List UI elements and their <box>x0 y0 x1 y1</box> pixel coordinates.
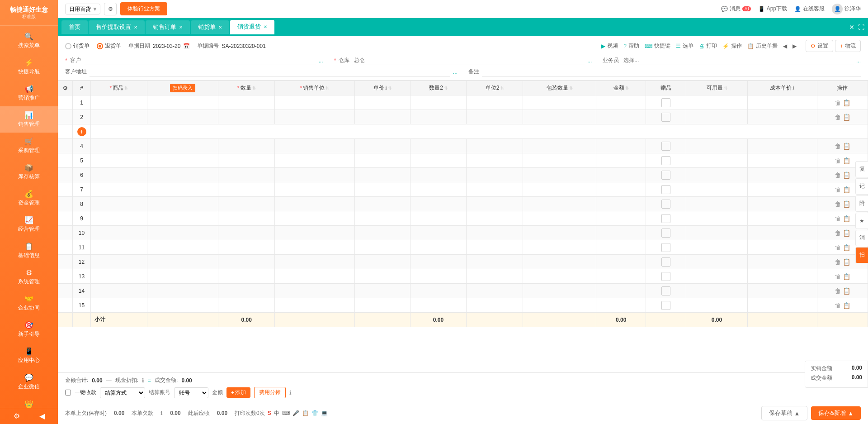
gift-checkbox-5[interactable] <box>661 156 670 165</box>
row-qty-7[interactable] <box>218 182 275 197</box>
edge-btn-copy[interactable]: 复 <box>855 161 868 177</box>
row-gift-2[interactable] <box>646 110 686 124</box>
delete-icon-4[interactable]: 🗑 <box>835 143 841 150</box>
row-price-5[interactable] <box>354 153 410 168</box>
row-qty2-11[interactable] <box>410 240 467 255</box>
row-qty-15[interactable] <box>218 298 275 313</box>
sidebar-collapse-icon[interactable]: ◀ <box>39 412 45 420</box>
unit-sort-icon[interactable]: ⇅ <box>326 86 329 91</box>
delete-icon-12[interactable]: 🗑 <box>835 258 841 266</box>
delete-icon-14[interactable]: 🗑 <box>835 287 841 295</box>
row-qty2-12[interactable] <box>410 255 467 269</box>
row-unit2-7[interactable] <box>467 182 523 197</box>
sidebar-item-marketing[interactable]: 📢 营销推广 <box>0 80 58 106</box>
row-pack-qty-9[interactable] <box>523 211 596 226</box>
qty-sort-icon[interactable]: ⇅ <box>252 86 256 91</box>
row-available-1[interactable] <box>686 95 747 110</box>
fee-info-icon[interactable]: ℹ <box>289 390 292 396</box>
row-price-12[interactable] <box>354 255 410 269</box>
row-qty2-7[interactable] <box>410 182 467 197</box>
tab-close-price[interactable]: ✕ <box>134 25 137 30</box>
staff-input[interactable] <box>622 56 854 65</box>
row-unit2-6[interactable] <box>467 168 523 182</box>
row-qty-2[interactable] <box>218 110 275 124</box>
customer-input[interactable] <box>84 56 316 65</box>
row-pack-qty-8[interactable] <box>523 197 596 211</box>
available-sort-icon[interactable]: ⇅ <box>724 86 727 91</box>
row-price-11[interactable] <box>354 240 410 255</box>
row-product-12[interactable] <box>91 255 147 269</box>
app-download-item[interactable]: 📱 App下载 <box>758 5 787 13</box>
payment-method-select[interactable]: 结算方式 <box>100 387 145 398</box>
row-unit-12[interactable] <box>275 255 355 269</box>
copy-icon-12[interactable]: 📋 <box>843 258 850 266</box>
row-price-13[interactable] <box>354 269 410 284</box>
row-unit-8[interactable] <box>275 197 355 211</box>
gift-checkbox-15[interactable] <box>661 301 670 310</box>
radio-returns[interactable]: 退货单 <box>97 42 121 50</box>
row-product-9[interactable] <box>91 211 147 226</box>
row-unit2-4[interactable] <box>467 139 523 153</box>
row-amount-13[interactable] <box>596 269 646 284</box>
row-gift-15[interactable] <box>646 298 686 313</box>
row-amount-9[interactable] <box>596 211 646 226</box>
row-pack-qty-2[interactable] <box>523 110 596 124</box>
copy-icon-10[interactable]: 📋 <box>843 229 850 237</box>
row-cost-price-8[interactable] <box>748 197 817 211</box>
row-unit2-13[interactable] <box>467 269 523 284</box>
row-pack-qty-11[interactable] <box>523 240 596 255</box>
row-qty2-13[interactable] <box>410 269 467 284</box>
row-amount-11[interactable] <box>596 240 646 255</box>
sidebar-item-apps[interactable]: 📱 应用中心 <box>0 343 58 369</box>
row-product-6[interactable] <box>91 168 147 182</box>
gift-checkbox-8[interactable] <box>661 200 670 209</box>
help-btn[interactable]: ? 帮助 <box>623 42 639 50</box>
sidebar-item-basic[interactable]: 📋 基础信息 <box>0 238 58 264</box>
row-qty2-1[interactable] <box>410 95 467 110</box>
maximize-icon[interactable]: ⛶ <box>858 24 864 31</box>
sidebar-item-newbie[interactable]: 🎯 新手引导 <box>0 316 58 343</box>
row-qty2-9[interactable] <box>410 211 467 226</box>
row-gift-4[interactable] <box>646 139 686 153</box>
delete-icon-6[interactable]: 🗑 <box>835 172 841 179</box>
row-qty2-10[interactable] <box>410 226 467 240</box>
price-info-icon[interactable]: ℹ <box>385 85 387 91</box>
row-gift-10[interactable] <box>646 226 686 240</box>
row-product-2[interactable] <box>91 110 147 124</box>
fee-split-btn[interactable]: 费用分摊 <box>254 387 286 398</box>
row-gift-11[interactable] <box>646 240 686 255</box>
settings-action-btn[interactable]: ⚙ 设置 <box>806 40 833 52</box>
sidebar-item-purchase[interactable]: 🛒 采购管理 <box>0 133 58 159</box>
copy-icon-9[interactable]: 📋 <box>843 215 850 222</box>
row-available-9[interactable] <box>686 211 747 226</box>
debt-info-icon[interactable]: ℹ <box>160 410 163 416</box>
operate-btn[interactable]: ⚡ 操作 <box>722 42 742 50</box>
row-cost-price-14[interactable] <box>748 284 817 298</box>
copy-icon-13[interactable]: 📋 <box>843 273 850 280</box>
tab-price[interactable]: 售价提取设置✕ <box>89 20 145 34</box>
row-qty2-2[interactable] <box>410 110 467 124</box>
row-available-15[interactable] <box>686 298 747 313</box>
calendar-icon[interactable]: 📅 <box>183 43 190 49</box>
gift-checkbox-4[interactable] <box>661 142 670 151</box>
row-cost-price-4[interactable] <box>748 139 817 153</box>
date-value[interactable]: 2023-03-20 <box>153 43 180 49</box>
row-pack-qty-15[interactable] <box>523 298 596 313</box>
th-gear[interactable]: ⚙ <box>58 81 73 95</box>
logistics-action-btn[interactable]: + 物流 <box>835 40 861 52</box>
row-pack-qty-7[interactable] <box>523 182 596 197</box>
copy-icon-4[interactable]: 📋 <box>843 143 850 150</box>
row-available-2[interactable] <box>686 110 747 124</box>
row-product-7[interactable] <box>91 182 147 197</box>
video-btn[interactable]: ▶ 视频 <box>601 42 618 50</box>
row-product-10[interactable] <box>91 226 147 240</box>
delete-icon-13[interactable]: 🗑 <box>835 273 841 280</box>
row-unit2-14[interactable] <box>467 284 523 298</box>
copy-icon-11[interactable]: 📋 <box>843 244 850 251</box>
add-btn[interactable]: + 添加 <box>226 387 250 398</box>
row-pack-qty-13[interactable] <box>523 269 596 284</box>
save-draft-button[interactable]: 保存草稿 ▲ <box>761 406 808 420</box>
row-pack-qty-1[interactable] <box>523 95 596 110</box>
address-select-icon[interactable]: ... <box>453 69 458 75</box>
row-qty2-5[interactable] <box>410 153 467 168</box>
